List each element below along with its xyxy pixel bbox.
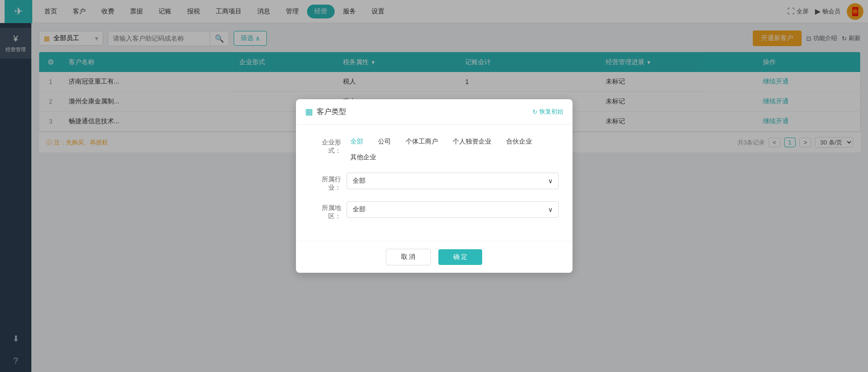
industry-row: 所属行业： 全部 ∨ [310,173,559,192]
option-company[interactable]: 公司 [374,136,395,148]
modal-body: 企业形式： 全部 公司 个体工商户 个人独资企业 合伙企业 其他企业 所属行业： [296,125,573,241]
cancel-button[interactable]: 取 消 [386,249,431,265]
region-arrow-icon: ∨ [548,206,553,213]
modal-title-icon: ▦ [305,107,313,117]
option-all[interactable]: 全部 [347,136,367,148]
modal-title-text: 客户类型 [317,107,346,117]
enterprise-form-label: 企业形式： [310,136,347,155]
option-individual[interactable]: 个体工商户 [402,136,442,148]
restore-label: 恢复初始 [539,108,563,116]
option-partnership[interactable]: 合伙企业 [502,136,536,148]
option-other[interactable]: 其他企业 [347,151,380,163]
region-label: 所属地区： [310,201,347,221]
modal-footer: 取 消 确 定 [296,241,573,273]
industry-select[interactable]: 全部 ∨ [347,173,559,189]
restore-icon: ↻ [532,108,537,115]
region-row: 所属地区： 全部 ∨ [310,201,559,221]
industry-arrow-icon: ∨ [548,177,553,185]
region-value: 全部 [353,205,366,214]
enterprise-options: 全部 公司 个体工商户 个人独资企业 合伙企业 其他企业 [347,136,559,163]
option-sole[interactable]: 个人独资企业 [449,136,495,148]
confirm-button[interactable]: 确 定 [438,249,483,265]
industry-value: 全部 [353,177,366,185]
modal-overlay: ▦ 客户类型 ↻ 恢复初始 企业形式： 全部 公司 个体工商户 个人独资企业 合… [0,0,868,372]
enterprise-form-content: 全部 公司 个体工商户 个人独资企业 合伙企业 其他企业 [347,136,559,163]
filter-modal: ▦ 客户类型 ↻ 恢复初始 企业形式： 全部 公司 个体工商户 个人独资企业 合… [296,99,573,273]
industry-label: 所属行业： [310,173,347,192]
region-content: 全部 ∨ [347,201,559,218]
modal-header: ▦ 客户类型 ↻ 恢复初始 [296,99,573,125]
region-select[interactable]: 全部 ∨ [347,201,559,218]
enterprise-form-row: 企业形式： 全部 公司 个体工商户 个人独资企业 合伙企业 其他企业 [310,136,559,163]
modal-title: ▦ 客户类型 [305,107,346,117]
industry-content: 全部 ∨ [347,173,559,189]
restore-button[interactable]: ↻ 恢复初始 [532,108,563,116]
